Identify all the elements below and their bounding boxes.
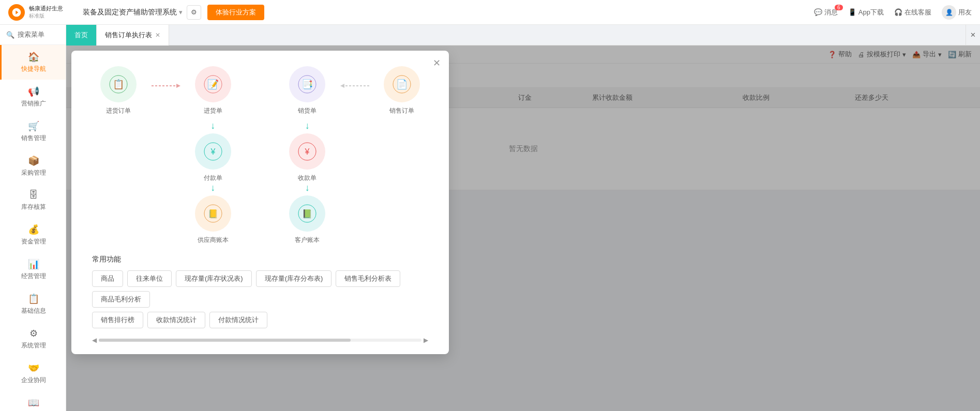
receipt-icon: ¥	[289, 133, 325, 170]
logo-text-area: 畅康通好生意 标准版	[29, 5, 63, 19]
user-name: 用友	[958, 8, 972, 17]
flow-node-sales-order[interactable]: 📄 销售订单	[375, 66, 429, 115]
gear-button[interactable]: ⚙	[187, 5, 201, 20]
sidebar-item-quick-nav[interactable]: 🏠 快捷导航	[0, 45, 66, 80]
app-download-button[interactable]: 📱 App下载	[848, 8, 884, 17]
logo-area: 畅康通好生意 标准版	[8, 4, 74, 21]
sales-order-label: 销售订单	[389, 106, 414, 115]
common-functions-title: 常用功能	[92, 255, 428, 264]
purchase-order-icon: 📋	[100, 66, 137, 102]
popup-scrollbar-area: ◀ ▶	[92, 337, 428, 344]
scroll-thumb	[99, 339, 351, 342]
sidebar-item-label: 库存核算	[21, 203, 46, 211]
user-area[interactable]: 👤 用友	[942, 5, 972, 20]
scroll-track[interactable]	[99, 339, 421, 342]
sidebar-item-purchase[interactable]: 📦 采购管理	[0, 149, 66, 184]
func-btn-sales-rank[interactable]: 销售排行榜	[92, 312, 143, 328]
func-btn-product-profit[interactable]: 商品毛利分析	[92, 291, 150, 308]
down-arrow-1: ↓	[210, 120, 215, 131]
flow-node-payment[interactable]: ¥ 付款单	[195, 133, 231, 182]
svg-text:¥: ¥	[305, 147, 310, 156]
func-btn-inventory-dist[interactable]: 现存量(库存分布表)	[256, 270, 332, 287]
spacer-2	[92, 120, 145, 182]
search-menu-item[interactable]: 🔍 搜索菜单	[0, 25, 66, 45]
flow-node-supplier[interactable]: 📒 供应商账本	[195, 195, 231, 245]
spacer-9	[239, 182, 281, 245]
guide-icon: 📖	[28, 397, 39, 408]
func-btn-inventory-status[interactable]: 现存量(库存状况表)	[176, 270, 252, 287]
sidebar-item-label: 营销推广	[21, 99, 46, 108]
flow-node-purchase-bill[interactable]: 📝 进货单	[187, 66, 240, 115]
func-btn-product[interactable]: 商品	[92, 270, 123, 287]
purchase-icon: 📦	[28, 155, 39, 166]
sidebar-item-operations[interactable]: 📊 经营管理	[0, 252, 66, 287]
service-icon: 🎧	[894, 8, 902, 16]
sidebar-item-enterprise[interactable]: 🤝 企业协同	[0, 356, 66, 391]
common-buttons-row2: 销售排行榜 收款情况统计 付款情况统计	[92, 312, 428, 328]
sidebar-item-inventory[interactable]: 🗄 库存核算	[0, 184, 66, 218]
sidebar-item-system[interactable]: ⚙ 系统管理	[0, 322, 66, 356]
sidebar-item-label: 企业协同	[21, 376, 46, 385]
tab-home[interactable]: 首页	[66, 25, 97, 45]
online-service-button[interactable]: 🎧 在线客服	[894, 8, 931, 17]
flow-node-receipt[interactable]: ¥ 收款单	[289, 133, 325, 182]
message-button[interactable]: 💬 消息 6	[814, 8, 838, 17]
sidebar-item-basic-info[interactable]: 📋 基础信息	[0, 287, 66, 322]
enterprise-icon: 🤝	[28, 362, 39, 374]
sidebar-item-label: 快捷导航	[21, 65, 46, 73]
flow-node-customer[interactable]: 📗 客户账本	[289, 195, 325, 245]
sales-order-icon: 📄	[384, 66, 420, 102]
search-menu-label: 搜索菜单	[18, 30, 44, 39]
popup-close-button[interactable]: ✕	[430, 57, 443, 69]
supplier-col: ↓ 📒 供应商账本	[187, 182, 240, 245]
flow-row-2: ↓ ¥ 付款单	[92, 120, 428, 182]
tab-bar: 首页 销售订单执行表 ✕ ✕	[66, 25, 980, 45]
payment-label: 付款单	[204, 174, 222, 182]
sidebar-item-finance[interactable]: 💰 资金管理	[0, 218, 66, 252]
sidebar-item-label: 销售管理	[21, 134, 46, 143]
svg-marker-9	[340, 84, 344, 88]
logo-icon	[8, 4, 25, 21]
spacer-3	[145, 120, 187, 182]
flow-row-1: 📋 进货订单	[92, 66, 428, 115]
sidebar-item-label: 资金管理	[21, 237, 46, 246]
flow-node-sales-bill[interactable]: 📑 销货单	[281, 66, 334, 115]
func-btn-payment-stats[interactable]: 付款情况统计	[209, 312, 267, 328]
system-dropdown-icon[interactable]: ▾	[179, 8, 183, 16]
system-title: 装备及固定资产辅助管理系统	[83, 8, 177, 17]
tab-sales-orders[interactable]: 销售订单执行表 ✕	[97, 25, 169, 45]
purchase-bill-label: 进货单	[204, 106, 222, 115]
func-btn-sales-profit[interactable]: 销售毛利分析表	[336, 270, 400, 287]
app-download-label: App下载	[858, 8, 884, 17]
svg-text:📒: 📒	[208, 209, 218, 219]
sidebar-item-guide[interactable]: 📖 新手引导	[0, 391, 66, 411]
avatar: 👤	[942, 5, 956, 20]
svg-text:¥: ¥	[210, 147, 215, 156]
sidebar-item-sales[interactable]: 🛒 销售管理	[0, 114, 66, 149]
svg-text:📝: 📝	[207, 79, 219, 90]
main-area: 🔍 搜索菜单 🏠 快捷导航 📢 营销推广 🛒 销售管理 📦 采购管理 🗄	[0, 25, 980, 411]
sidebar-item-marketing[interactable]: 📢 营销推广	[0, 80, 66, 114]
supplier-icon: 📒	[195, 195, 231, 232]
close-all-tabs-button[interactable]: ✕	[966, 25, 980, 45]
func-btn-contacts[interactable]: 往来单位	[127, 270, 172, 287]
flow-node-purchase-order[interactable]: 📋 进货订单	[92, 66, 145, 115]
message-badge: 6	[835, 5, 843, 10]
func-btn-receipt-stats[interactable]: 收款情况统计	[147, 312, 205, 328]
tab-close-icon[interactable]: ✕	[155, 32, 160, 39]
spacer-4	[239, 120, 281, 182]
try-button[interactable]: 体验行业方案	[207, 5, 264, 20]
spacer-11	[375, 182, 429, 245]
content-area: 首页 销售订单执行表 ✕ ✕ ❓ 帮助	[66, 25, 980, 411]
app-container: 畅康通好生意 标准版 装备及固定资产辅助管理系统 ▾ ⚙ 体验行业方案 💬 消息…	[0, 0, 980, 411]
scroll-left-arrow[interactable]: ◀	[92, 337, 97, 344]
scroll-right-arrow[interactable]: ▶	[424, 337, 428, 344]
spacer-8	[145, 182, 187, 245]
spacer-10	[334, 182, 375, 245]
purchase-order-label: 进货订单	[106, 106, 131, 115]
sidebar-item-label: 系统管理	[21, 341, 46, 350]
spacer-6	[375, 120, 429, 182]
payment-col: ↓ ¥ 付款单	[187, 120, 240, 182]
svg-text:📑: 📑	[301, 79, 313, 90]
popup-overlay: ✕ 📋 进货订单	[66, 45, 980, 411]
